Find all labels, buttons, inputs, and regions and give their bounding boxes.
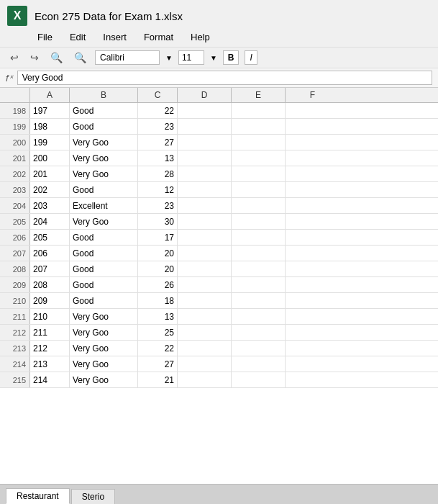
cell-f[interactable] — [286, 341, 339, 356]
cell-b[interactable]: Very Goo — [70, 166, 138, 181]
sheet-tab-sterio[interactable]: Sterio — [71, 489, 115, 504]
col-header-c[interactable]: C — [138, 88, 178, 102]
col-header-e[interactable]: E — [232, 88, 286, 102]
cell-b[interactable]: Very Goo — [70, 372, 138, 387]
cell-d[interactable] — [178, 103, 232, 118]
cell-f[interactable] — [286, 119, 339, 134]
cell-c[interactable]: 18 — [138, 293, 178, 308]
cell-c[interactable]: 30 — [138, 214, 178, 229]
cell-e[interactable] — [232, 325, 286, 340]
bold-button[interactable]: B — [223, 50, 239, 65]
cell-a[interactable]: 198 — [30, 119, 70, 134]
cell-a[interactable]: 211 — [30, 325, 70, 340]
cell-d[interactable] — [178, 293, 232, 308]
table-row[interactable]: 204 203 Excellent 23 — [0, 198, 438, 214]
cell-e[interactable] — [232, 103, 286, 118]
font-size-input[interactable] — [178, 50, 204, 65]
table-row[interactable]: 202 201 Very Goo 28 — [0, 166, 438, 182]
redo-button[interactable]: ↪ — [27, 50, 42, 65]
cell-e[interactable] — [232, 230, 286, 245]
cell-e[interactable] — [232, 182, 286, 197]
cell-f[interactable] — [286, 135, 339, 150]
cell-d[interactable] — [178, 198, 232, 213]
cell-b[interactable]: Good — [70, 293, 138, 308]
cell-b[interactable]: Good — [70, 230, 138, 245]
cell-b[interactable]: Very Goo — [70, 150, 138, 166]
cell-b[interactable]: Good — [70, 182, 138, 197]
cell-e[interactable] — [232, 261, 286, 276]
cell-e[interactable] — [232, 214, 286, 229]
table-row[interactable]: 198 197 Good 22 — [0, 103, 438, 119]
cell-b[interactable]: Very Goo — [70, 341, 138, 356]
search1-button[interactable]: 🔍 — [47, 50, 65, 65]
cell-b[interactable]: Good — [70, 261, 138, 276]
cell-a[interactable]: 201 — [30, 166, 70, 181]
cell-e[interactable] — [232, 356, 286, 372]
cell-e[interactable] — [232, 198, 286, 213]
cell-a[interactable]: 200 — [30, 150, 70, 166]
cell-a[interactable]: 212 — [30, 341, 70, 356]
cell-e[interactable] — [232, 372, 286, 387]
cell-f[interactable] — [286, 246, 339, 261]
table-row[interactable]: 213 212 Very Goo 22 — [0, 341, 438, 356]
cell-d[interactable] — [178, 309, 232, 324]
cell-b[interactable]: Very Goo — [70, 309, 138, 324]
cell-f[interactable] — [286, 182, 339, 197]
cell-d[interactable] — [178, 182, 232, 197]
cell-a[interactable]: 209 — [30, 293, 70, 308]
cell-c[interactable]: 20 — [138, 261, 178, 276]
table-row[interactable]: 207 206 Good 20 — [0, 246, 438, 261]
cell-b[interactable]: Excellent — [70, 198, 138, 213]
col-header-f[interactable]: F — [286, 88, 339, 102]
cell-c[interactable]: 12 — [138, 182, 178, 197]
cell-f[interactable] — [286, 356, 339, 372]
cell-e[interactable] — [232, 277, 286, 292]
cell-d[interactable] — [178, 214, 232, 229]
cell-e[interactable] — [232, 246, 286, 261]
col-header-b[interactable]: B — [70, 88, 138, 102]
cell-c[interactable]: 17 — [138, 230, 178, 245]
menu-file[interactable]: File — [35, 30, 55, 44]
cell-c[interactable]: 28 — [138, 166, 178, 181]
cell-f[interactable] — [286, 198, 339, 213]
cell-c[interactable]: 27 — [138, 135, 178, 150]
cell-a[interactable]: 207 — [30, 261, 70, 276]
font-dropdown-arrow[interactable]: ▼ — [165, 54, 173, 62]
cell-f[interactable] — [286, 372, 339, 387]
cell-b[interactable]: Good — [70, 103, 138, 118]
cell-c[interactable]: 27 — [138, 356, 178, 372]
font-name-input[interactable] — [95, 50, 160, 65]
cell-f[interactable] — [286, 261, 339, 276]
cell-d[interactable] — [178, 119, 232, 134]
font-size-dropdown-arrow[interactable]: ▼ — [210, 54, 217, 62]
cell-a[interactable]: 205 — [30, 230, 70, 245]
cell-c[interactable]: 25 — [138, 325, 178, 340]
cell-c[interactable]: 22 — [138, 103, 178, 118]
cell-a[interactable]: 208 — [30, 277, 70, 292]
cell-c[interactable]: 13 — [138, 309, 178, 324]
cell-b[interactable]: Good — [70, 119, 138, 134]
menu-insert[interactable]: Insert — [100, 30, 129, 44]
undo-button[interactable]: ↩ — [7, 50, 22, 65]
cell-c[interactable]: 23 — [138, 198, 178, 213]
cell-a[interactable]: 202 — [30, 182, 70, 197]
cell-e[interactable] — [232, 341, 286, 356]
cell-c[interactable]: 22 — [138, 341, 178, 356]
cell-f[interactable] — [286, 277, 339, 292]
col-header-d[interactable]: D — [178, 88, 232, 102]
table-row[interactable]: 212 211 Very Goo 25 — [0, 325, 438, 341]
cell-e[interactable] — [232, 166, 286, 181]
table-row[interactable]: 211 210 Very Goo 13 — [0, 309, 438, 325]
cell-b[interactable]: Very Goo — [70, 356, 138, 372]
cell-f[interactable] — [286, 214, 339, 229]
cell-a[interactable]: 204 — [30, 214, 70, 229]
cell-b[interactable]: Very Goo — [70, 214, 138, 229]
cell-c[interactable]: 23 — [138, 119, 178, 134]
menu-help[interactable]: Help — [188, 30, 213, 44]
cell-c[interactable]: 21 — [138, 372, 178, 387]
cell-f[interactable] — [286, 309, 339, 324]
cell-d[interactable] — [178, 341, 232, 356]
table-row[interactable]: 203 202 Good 12 — [0, 182, 438, 198]
cell-d[interactable] — [178, 166, 232, 181]
col-header-a[interactable]: A — [30, 88, 70, 102]
